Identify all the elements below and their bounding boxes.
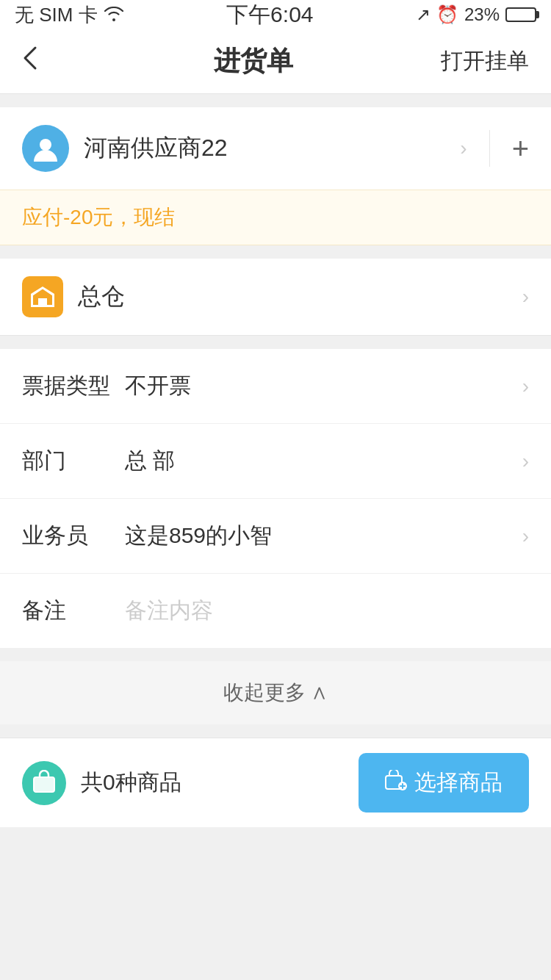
remark-label: 备注 [22,596,118,626]
salesperson-row[interactable]: 业务员 这是859的小智 › [0,499,551,574]
gray-area [0,827,551,980]
warehouse-name: 总仓 [78,281,522,313]
department-value: 总 部 [118,446,515,476]
supplier-name: 河南供应商22 [84,132,460,165]
select-product-button[interactable]: 选择商品 [359,753,529,813]
salesperson-value: 这是859的小智 [118,521,515,551]
info-notice: 应付-20元，现结 [0,190,551,245]
invoice-type-row[interactable]: 票据类型 不开票 › [0,349,551,424]
page-title: 进货单 [214,43,293,79]
back-button[interactable] [22,45,66,78]
salesperson-arrow: › [522,525,529,548]
bottom-bar: 共0种商品 选择商品 [0,738,551,827]
supplier-arrow-icon: › [460,137,467,160]
supplier-avatar [22,125,69,172]
collapse-button[interactable]: 收起更多 ∧ [0,661,551,724]
select-product-icon [385,770,407,796]
nav-bar: 进货单 打开挂单 [0,29,551,94]
alarm-icon: ⏰ [436,4,458,25]
collapse-label: 收起更多 ∧ [223,679,328,707]
select-product-label: 选择商品 [414,768,503,798]
product-count: 共0种商品 [81,768,359,798]
product-icon [22,761,66,805]
form-section: 票据类型 不开票 › 部门 总 部 › 业务员 这是859的小智 › 备注 备注… [0,349,551,648]
carrier-label: 无 SIM 卡 [15,2,98,28]
status-time: 下午6:04 [226,0,313,30]
supplier-card: 河南供应商22 › + 应付-20元，现结 [0,107,551,245]
department-label: 部门 [22,446,118,476]
add-supplier-button[interactable]: + [512,132,529,165]
status-bar: 无 SIM 卡 下午6:04 ↗ ⏰ 23% [0,0,551,29]
open-pending-button[interactable]: 打开挂单 [441,46,529,76]
notice-text: 应付-20元，现结 [22,206,175,228]
status-left: 无 SIM 卡 [15,2,124,28]
svg-rect-1 [38,298,47,305]
supplier-row[interactable]: 河南供应商22 › + [0,107,551,190]
invoice-type-value: 不开票 [118,371,515,401]
supplier-divider [489,130,490,167]
svg-rect-2 [34,777,54,792]
salesperson-label: 业务员 [22,521,118,551]
invoice-type-arrow: › [522,375,529,398]
wifi-icon [104,4,124,26]
battery-bar [505,7,536,22]
remark-placeholder: 备注内容 [118,596,529,626]
department-row[interactable]: 部门 总 部 › [0,424,551,499]
svg-point-0 [40,139,51,151]
invoice-type-label: 票据类型 [22,371,118,401]
status-right: ↗ ⏰ 23% [416,4,536,25]
section-divider-1 [0,94,551,107]
warehouse-arrow-icon: › [522,285,529,309]
department-arrow: › [522,450,529,473]
remark-row[interactable]: 备注 备注内容 [0,574,551,648]
warehouse-icon [22,276,63,317]
location-icon: ↗ [416,4,431,25]
battery-percent: 23% [464,4,500,25]
warehouse-row[interactable]: 总仓 › [0,259,551,336]
